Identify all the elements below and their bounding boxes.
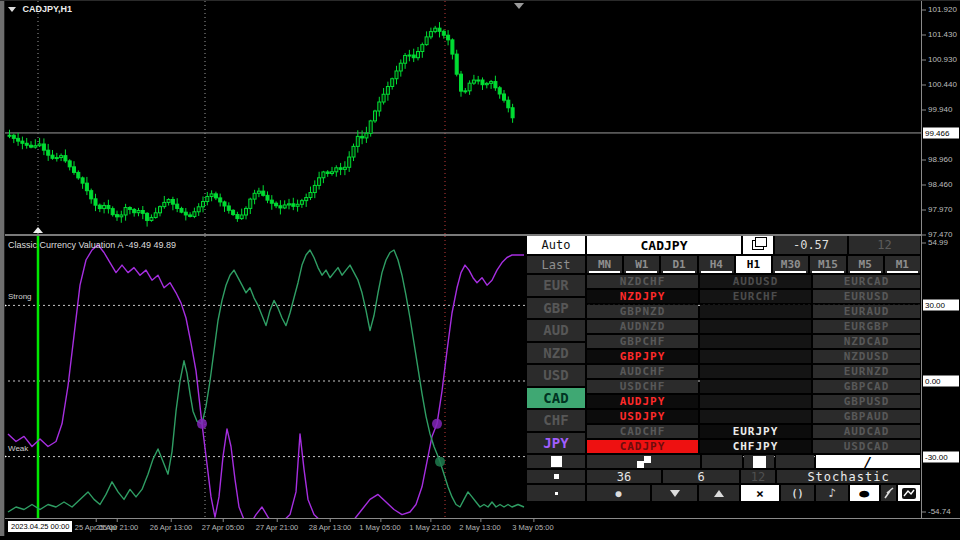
timeframe-button-d1[interactable]: D1 xyxy=(661,256,696,273)
timeframe-button-m1[interactable]: M1 xyxy=(885,256,920,273)
panel-value-2: 12 xyxy=(849,236,920,254)
setting-mode[interactable]: Stochastic xyxy=(777,470,920,483)
pair-cell-audusd[interactable]: AUDUSD xyxy=(700,275,811,288)
pair-cell-nzdchf[interactable]: NZDCHF xyxy=(587,275,698,288)
currency-strength-panel: Auto CADJPY -0.57 12 Last MNW1D1H4H1M30M… xyxy=(527,236,920,502)
currency-button-nzd[interactable]: NZD xyxy=(527,343,585,364)
weak-label: Weak xyxy=(8,444,28,453)
trendline-button[interactable]: / xyxy=(816,455,920,468)
timeframe-button-w1[interactable]: W1 xyxy=(624,256,659,273)
pair-cell-nzdjpy[interactable]: NZDJPY xyxy=(587,290,698,303)
oval-icon: ● xyxy=(860,487,870,500)
pair-cell-chfjpy[interactable]: CHFJPY xyxy=(700,440,811,453)
sound-button[interactable]: ♪ xyxy=(816,485,848,501)
pair-cell-empty[interactable] xyxy=(700,365,811,378)
currency-button-eur[interactable]: EUR xyxy=(527,275,585,296)
currency-button-cad[interactable]: CAD xyxy=(527,388,585,409)
timeframe-button-m15[interactable]: M15 xyxy=(810,256,845,273)
option-empty-cell-2[interactable] xyxy=(776,455,814,468)
timeframe-button-m5[interactable]: M5 xyxy=(848,256,883,273)
strong-label: Strong xyxy=(8,292,32,301)
pair-cell-empty[interactable] xyxy=(700,320,811,333)
currency-matrix: EURGBPAUDNZDUSDCADCHFJPY NZDCHFAUDUSDEUR… xyxy=(527,275,920,453)
pair-cell-usdcad[interactable]: USDCAD xyxy=(813,440,920,453)
time-axis[interactable]: 25 Apr 05:0025 Apr 21:0026 Apr 13:0027 A… xyxy=(0,518,960,536)
pair-cell-eurjpy[interactable]: EURJPY xyxy=(700,425,811,438)
pair-cell-audnzd[interactable]: AUDNZD xyxy=(587,320,698,333)
pair-cell-usdjpy[interactable]: USDJPY xyxy=(587,410,698,423)
setting-period-3[interactable]: 12 xyxy=(741,470,775,483)
pair-cell-gbpjpy[interactable]: GBPJPY xyxy=(587,350,698,363)
close-button[interactable]: × xyxy=(741,485,779,501)
pair-cell-eurusd[interactable]: EURUSD xyxy=(813,290,920,303)
arrow-up-marker xyxy=(33,227,43,233)
parentheses-button[interactable]: () xyxy=(781,485,814,501)
indicator-title: Classic Currency Valuation A -49.49 49.8… xyxy=(8,240,176,250)
timeframe-button-m30[interactable]: M30 xyxy=(773,256,808,273)
time-axis-label: 3 May 05:00 xyxy=(512,523,553,532)
auto-button[interactable]: Auto xyxy=(527,236,585,254)
pair-cell-empty[interactable] xyxy=(700,380,811,393)
mt4-window: CADJPY,H1 Classic Currency Valuation A -… xyxy=(0,0,960,540)
pair-cell-gbpusd[interactable]: GBPUSD xyxy=(813,395,920,408)
option-checkbox-1[interactable] xyxy=(527,455,585,468)
circle-button[interactable]: ● xyxy=(587,485,650,501)
pair-cell-empty[interactable] xyxy=(700,350,811,363)
pair-cell-eurgbp[interactable]: EURGBP xyxy=(813,320,920,333)
triangle-down-button[interactable] xyxy=(652,485,697,501)
option-cascade-toggle[interactable] xyxy=(587,455,700,468)
pair-cell-usdchf[interactable]: USDCHF xyxy=(587,380,698,393)
price-chart-pane[interactable]: CADJPY,H1 xyxy=(0,1,921,234)
timeframe-button-h1[interactable]: H1 xyxy=(736,256,771,273)
indicator-axis-label: 30.00 xyxy=(923,300,959,311)
pair-cell-cadjpy[interactable]: CADJPY xyxy=(587,440,698,453)
currency-button-jpy[interactable]: JPY xyxy=(527,433,585,454)
pair-cell-nzdcad[interactable]: NZDCAD xyxy=(813,335,920,348)
last-button[interactable]: Last xyxy=(527,256,585,273)
currency-button-gbp[interactable]: GBP xyxy=(527,298,585,319)
price-axis[interactable]: 101.920101.430100.930100.44099.94098.960… xyxy=(921,1,960,518)
pair-cell-empty[interactable] xyxy=(700,395,811,408)
cascade-window-button[interactable] xyxy=(743,236,773,254)
currency-button-chf[interactable]: CHF xyxy=(527,410,585,431)
pair-cell-nzdusd[interactable]: NZDUSD xyxy=(813,350,920,363)
dot-button[interactable] xyxy=(527,485,585,501)
pair-cell-empty[interactable] xyxy=(700,305,811,318)
currency-button-usd[interactable]: USD xyxy=(527,365,585,386)
lightning-icon xyxy=(884,487,894,499)
indicator-axis-label: -30.00 xyxy=(923,452,959,463)
pair-cell-audchf[interactable]: AUDCHF xyxy=(587,365,698,378)
lightning-button[interactable] xyxy=(881,485,896,501)
triangle-up-button[interactable] xyxy=(699,485,739,501)
pair-cell-eurnzd[interactable]: EURNZD xyxy=(813,365,920,378)
option-checkbox-2[interactable] xyxy=(744,455,774,468)
pair-cell-empty[interactable] xyxy=(700,410,811,423)
pair-cell-eurchf[interactable]: EURCHF xyxy=(700,290,811,303)
pair-cell-cadchf[interactable]: CADCHF xyxy=(587,425,698,438)
oval-button[interactable]: ● xyxy=(850,485,879,501)
pair-cell-gbpchf[interactable]: GBPCHF xyxy=(587,335,698,348)
panel-symbol[interactable]: CADJPY xyxy=(587,236,741,254)
pair-cell-gbpcad[interactable]: GBPCAD xyxy=(813,380,920,393)
slash-icon: / xyxy=(864,455,872,468)
setting-period-2[interactable]: 6 xyxy=(663,470,739,483)
timeframe-button-mn[interactable]: MN xyxy=(587,256,622,273)
pair-cell-empty[interactable] xyxy=(700,335,811,348)
currency-button-aud[interactable]: AUD xyxy=(527,320,585,341)
chevron-down-icon[interactable] xyxy=(8,7,16,12)
pair-cell-gbpaud[interactable]: GBPAUD xyxy=(813,410,920,423)
time-axis-label: 27 Apr 05:00 xyxy=(202,523,245,532)
pair-cell-audjpy[interactable]: AUDJPY xyxy=(587,395,698,408)
pair-cell-audcad[interactable]: AUDCAD xyxy=(813,425,920,438)
price-axis-label: 97.970 xyxy=(928,205,952,214)
setting-period-1[interactable]: 36 xyxy=(587,470,661,483)
pair-cell-euraud[interactable]: EURAUD xyxy=(813,305,920,318)
arrow-down-marker xyxy=(514,3,524,9)
pair-cell-eurcad[interactable]: EURCAD xyxy=(813,275,920,288)
windows-icon xyxy=(752,240,764,250)
timeframe-button-h4[interactable]: H4 xyxy=(699,256,734,273)
option-empty-cell[interactable] xyxy=(702,455,742,468)
pair-cell-gbpnzd[interactable]: GBPNZD xyxy=(587,305,698,318)
screenshot-button[interactable] xyxy=(898,485,920,501)
setting-bullet[interactable] xyxy=(527,470,585,483)
